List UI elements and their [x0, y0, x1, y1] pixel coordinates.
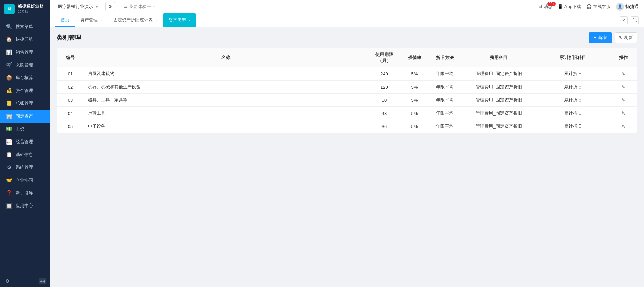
sidebar-icon-quicknav: 🏠 [6, 36, 12, 42]
cell-operation: ✎ [610, 81, 637, 94]
cell-cum-subject: 累计折旧 [536, 67, 610, 81]
th-subject: 费用科目 [462, 48, 536, 67]
notification-btn[interactable]: 🖥 消息 99+ [538, 4, 552, 10]
cell-cum-subject: 累计折旧 [536, 120, 610, 133]
sidebar-settings-btn[interactable]: ⚙ [4, 278, 11, 284]
tab-close-btn[interactable]: ✕ [620, 16, 628, 24]
tab-depreciation-close[interactable]: × [155, 18, 157, 22]
cell-operation: ✎ [610, 107, 637, 120]
sidebar-item-appcenter[interactable]: 🔲应用中心 [0, 199, 50, 212]
th-residual: 残值率 [401, 48, 428, 67]
module-selector[interactable]: 医疗器械行业演示 ▼ [55, 2, 101, 11]
sidebar-item-fixed[interactable]: 🏢固定资产 [0, 110, 50, 123]
sidebar-label-inventory: 库存核算 [16, 75, 33, 81]
tab-assettype-close[interactable]: × [189, 18, 191, 22]
sidebar-item-search[interactable]: 🔍搜索菜单 [0, 20, 50, 33]
cell-id: 05 [57, 120, 84, 133]
sidebar-menu: 🔍搜索菜单🏠快捷导航📊销售管理🛒采购管理📦库存核算💰资金管理📒总账管理🏢固定资产… [0, 18, 50, 275]
main-area: 医疗器械行业演示 ▼ ⚙ ☁ 我要体验一下 🖥 消息 99+ 📱 App下载 🎧… [50, 0, 644, 287]
cell-name: 房屋及建筑物 [84, 67, 367, 81]
edit-btn[interactable]: ✎ [621, 124, 625, 129]
tab-home[interactable]: 首页 [55, 13, 75, 27]
sidebar-item-basicinfo[interactable]: 📋基础信息 [0, 148, 50, 161]
logo-title: 畅捷通好业财 [18, 4, 44, 9]
tab-assets-close[interactable]: × [100, 18, 102, 22]
sidebar-label-operation: 经营管理 [16, 139, 33, 145]
tab-depreciation-label: 固定资产折旧统计表 [113, 17, 153, 23]
sidebar-icon-system: ⚙ [6, 164, 12, 170]
sidebar-item-ledger[interactable]: 📒总账管理 [0, 97, 50, 110]
sidebar-icon-ledger: 📒 [6, 100, 12, 106]
service-label: 在线客服 [593, 4, 611, 10]
sidebar-item-coop[interactable]: 🤝企业协同 [0, 174, 50, 187]
notification-icon: 🖥 [538, 4, 542, 9]
tab-depreciation[interactable]: 固定资产折旧统计表 × [108, 13, 163, 27]
appdown-label: App下载 [564, 4, 581, 10]
dropdown-icon: ▼ [95, 5, 99, 9]
refresh-btn[interactable]: ↻ 刷新 [615, 32, 637, 43]
sidebar-item-inventory[interactable]: 📦库存核算 [0, 71, 50, 84]
tab-assets-label: 资产管理 [80, 17, 98, 23]
avatar: 👤 [616, 3, 624, 11]
sidebar-item-capital[interactable]: 💰资金管理 [0, 84, 50, 97]
edit-btn[interactable]: ✎ [621, 84, 625, 90]
cell-name: 运输工具 [84, 107, 367, 120]
cell-residual: 5% [401, 81, 428, 94]
cell-operation: ✎ [610, 67, 637, 81]
service-icon: 🎧 [586, 4, 592, 9]
sidebar-item-salary[interactable]: 💵工资 [0, 123, 50, 135]
cell-cum-subject: 累计折旧 [536, 107, 610, 120]
sidebar-icon-coop: 🤝 [6, 177, 12, 183]
cell-cum-subject: 累计折旧 [536, 81, 610, 94]
sidebar-icon-fixed: 🏢 [6, 113, 12, 119]
cell-subject: 管理费用_固定资产折旧 [462, 107, 536, 120]
tab-assets[interactable]: 资产管理 × [75, 13, 108, 27]
module-name: 医疗器械行业演示 [58, 4, 93, 10]
refresh-label: 刷新 [624, 35, 633, 41]
sidebar-item-purchase[interactable]: 🛒采购管理 [0, 59, 50, 71]
sidebar-label-appcenter: 应用中心 [16, 203, 33, 209]
cell-residual: 5% [401, 107, 428, 120]
cell-subject: 管理费用_固定资产折旧 [462, 81, 536, 94]
edit-btn[interactable]: ✎ [621, 110, 625, 116]
edit-btn[interactable]: ✎ [621, 71, 625, 76]
user-menu[interactable]: 👤 畅捷通 [616, 3, 639, 11]
sidebar-icon-salary: 💵 [6, 126, 12, 132]
sidebar-item-quicknav[interactable]: 🏠快捷导航 [0, 33, 50, 46]
username: 畅捷通 [625, 4, 639, 10]
page-actions: + 新增 ↻ 刷新 [589, 32, 637, 43]
sidebar-item-operation[interactable]: 📈经营管理 [0, 135, 50, 148]
table-header-row: 编号 名称 使用期限（月） 残值率 折旧方法 费用科目 累计折旧科目 操作 [57, 48, 637, 67]
topbar-right: 🖥 消息 99+ 📱 App下载 🎧 在线客服 👤 畅捷通 [538, 3, 639, 11]
appdown-btn[interactable]: 📱 App下载 [558, 4, 581, 10]
new-btn[interactable]: + 新增 [589, 32, 612, 43]
notification-badge: 99+ [547, 2, 556, 6]
edit-btn[interactable]: ✎ [621, 97, 625, 103]
content-area: 类别管理 + 新增 ↻ 刷新 编号 名称 使用期限（月） 残值率 折旧方法 [50, 27, 644, 287]
tab-expand-btn[interactable]: ⛶ [631, 16, 639, 24]
service-btn[interactable]: 🎧 在线客服 [586, 4, 611, 10]
sidebar-item-system[interactable]: ⚙系统管理 [0, 161, 50, 174]
sidebar-item-guide[interactable]: ❓新手引导 [0, 187, 50, 199]
cell-period: 240 [367, 67, 401, 81]
sidebar-icon-purchase: 🛒 [6, 62, 12, 68]
topbar-settings-btn[interactable]: ⚙ [105, 2, 115, 11]
cell-operation: ✎ [610, 120, 637, 133]
table-row: 03 器具、工具、家具等 60 5% 年限平均 管理费用_固定资产折旧 累计折旧… [57, 94, 637, 107]
cell-id: 02 [57, 81, 84, 94]
sidebar-label-ledger: 总账管理 [16, 100, 33, 106]
experience-btn[interactable]: ☁ 我要体验一下 [123, 4, 155, 10]
topbar-divider [119, 3, 119, 10]
sidebar-icon-guide: ❓ [6, 190, 12, 196]
sidebar-item-sales[interactable]: 📊销售管理 [0, 46, 50, 59]
sidebar-icon-appcenter: 🔲 [6, 203, 12, 209]
sidebar-collapse-btn[interactable]: ◀◀ [39, 278, 46, 284]
sidebar-label-basicinfo: 基础信息 [16, 152, 33, 158]
cell-method: 年限平均 [428, 120, 462, 133]
sidebar-icon-operation: 📈 [6, 139, 12, 145]
table-row: 05 电子设备 36 5% 年限平均 管理费用_固定资产折旧 累计折旧 ✎ [57, 120, 637, 133]
tab-assettype[interactable]: 资产类型 × [163, 13, 196, 27]
sidebar-icon-sales: 📊 [6, 49, 12, 55]
sidebar-icon-capital: 💰 [6, 88, 12, 94]
cell-residual: 5% [401, 94, 428, 107]
